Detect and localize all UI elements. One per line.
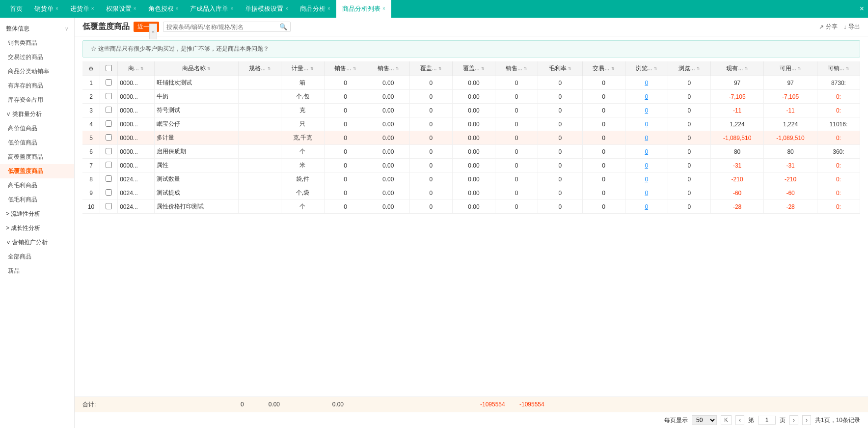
row-browse1[interactable]: 0 [625,104,668,117]
nav-item-permissions[interactable]: 权限设置 × [100,0,142,18]
row-browse1[interactable]: 0 [625,90,668,104]
col-code[interactable]: 商... ⇅ [118,61,155,76]
sidebar-item-high-value[interactable]: 高价值商品 [0,121,74,136]
close-roles-tab[interactable]: × [176,0,179,18]
col-coverage1[interactable]: 覆盖... ⇅ [409,61,452,76]
close-template-tab[interactable]: × [285,0,288,18]
share-icon: ↗ [819,24,824,30]
col-name[interactable]: 商品名称 ⇅ [154,61,239,76]
close-product-analysis-tab[interactable]: × [327,0,330,18]
next-page-button[interactable]: › [789,415,798,425]
row-checkbox[interactable] [100,200,118,214]
close-sales-tab[interactable]: × [55,0,58,18]
sidebar-item-low-coverage[interactable]: 低覆盖度商品 [0,164,74,178]
row-coverage1: 0 [409,200,452,214]
page-size-select[interactable]: 50 20 100 200 [692,415,717,425]
nav-item-template-settings[interactable]: 单据模板设置 × [239,0,294,18]
sidebar-section-overall[interactable]: 整体信息 ∨ [0,22,74,36]
col-sales-qty[interactable]: 销售... ⇅ [324,61,367,76]
sidebar-item-sales-goods[interactable]: 销售类商品 [0,36,74,50]
sidebar-item-traded-goods[interactable]: 交易过的商品 [0,50,74,64]
row-available: -1,089,510 [764,131,817,145]
close-purchase-tab[interactable]: × [91,0,94,18]
sidebar-item-category-rate[interactable]: 商品分类动销率 [0,64,74,79]
nav-item-purchase[interactable]: 进货单 × [64,0,100,18]
row-browse1[interactable]: 0 [625,186,668,200]
col-coverage2[interactable]: 覆盖... ⇅ [452,61,495,76]
close-finished-goods-tab[interactable]: × [230,0,233,18]
sidebar-collapse-button[interactable]: « [149,24,157,39]
sidebar-item-new-goods[interactable]: 新品 [0,264,74,278]
row-checkbox[interactable] [100,90,118,104]
prev-page-button[interactable]: ‹ [735,415,744,425]
share-button[interactable]: ↗ 分享 [819,23,838,31]
close-product-list-tab[interactable]: × [382,0,385,18]
row-browse1[interactable]: 0 [625,172,668,186]
col-current-stock[interactable]: 现有... ⇅ [710,61,763,76]
sidebar-section-growth[interactable]: > 成长性分析 [0,221,74,235]
col-unit[interactable]: 计量... ⇅ [281,61,324,76]
sidebar-item-stock-goods[interactable]: 有库存的商品 [0,79,74,93]
row-checkbox[interactable] [100,104,118,117]
row-checkbox[interactable] [100,159,118,172]
sidebar-item-high-coverage[interactable]: 高覆盖度商品 [0,150,74,164]
row-browse1[interactable]: 0 [625,117,668,131]
col-trade[interactable]: 交易... ⇅ [582,61,625,76]
row-browse1[interactable]: 0 [625,131,668,145]
row-checkbox[interactable] [100,117,118,131]
row-name: 眠宝公仔 [154,117,239,131]
export-button[interactable]: ↓ 导出 [843,23,860,31]
col-checkbox[interactable] [100,61,118,76]
col-spec[interactable]: 规格... ⇅ [239,61,281,76]
window-close-button[interactable]: × [860,4,864,13]
row-browse1[interactable]: 0 [625,200,668,214]
search-input[interactable] [166,24,279,30]
row-coverage1: 0 [409,76,452,90]
sidebar-item-all-goods[interactable]: 全部商品 [0,250,74,264]
row-current-stock: -11 [710,104,763,117]
row-browse1[interactable]: 0 [625,145,668,159]
row-checkbox[interactable] [100,186,118,200]
row-sales-other: 0 [495,186,538,200]
table-container[interactable]: ⚙ 商... ⇅ 商品名称 ⇅ 规格... ⇅ 计量... ⇅ 销售... ⇅ … [75,61,868,397]
sidebar-section-circulation[interactable]: > 流通性分析 [0,207,74,221]
last-page-button[interactable]: › [802,415,811,425]
row-coverage1: 0 [409,117,452,131]
page-number-input[interactable] [758,416,776,425]
row-checkbox[interactable] [100,76,118,90]
row-sales-qty: 0 [324,76,367,90]
nav-item-product-analysis[interactable]: 商品分析 × [294,0,336,18]
row-checkbox[interactable] [100,131,118,145]
sidebar-item-low-profit[interactable]: 低毛利商品 [0,193,74,207]
row-spec [239,104,281,117]
sidebar-item-high-profit[interactable]: 高毛利商品 [0,178,74,193]
nav-item-product-analysis-list[interactable]: 商品分析列表 × [336,0,391,18]
col-sales-amt[interactable]: 销售... ⇅ [367,61,409,76]
nav-item-sales[interactable]: 销货单 × [28,0,64,18]
first-page-button[interactable]: K [721,415,732,425]
row-checkbox[interactable] [100,145,118,159]
row-coverage1: 0 [409,131,452,145]
col-sellable[interactable]: 可销... ⇅ [817,61,860,76]
close-permissions-tab[interactable]: × [134,0,136,18]
row-browse1[interactable]: 0 [625,159,668,172]
col-available[interactable]: 可用... ⇅ [764,61,817,76]
nav-item-roles[interactable]: 角色授权 × [142,0,185,18]
col-gross-rate[interactable]: 毛利率 ⇅ [538,61,582,76]
row-spec [239,145,281,159]
col-browse2[interactable]: 浏览... ⇅ [668,61,710,76]
footer-current-stock: -1095554 [473,400,512,409]
col-sales-other[interactable]: 销售... ⇅ [495,61,538,76]
sidebar-item-stock-capital[interactable]: 库存资金占用 [0,93,74,107]
row-code: 0000... [118,104,155,117]
sidebar-item-low-value[interactable]: 低价值商品 [0,136,74,150]
col-browse1[interactable]: 浏览... ⇅ [625,61,668,76]
select-all-checkbox[interactable] [106,65,112,71]
col-settings[interactable]: ⚙ [82,61,100,76]
nav-item-home[interactable]: 首页 [4,0,28,18]
row-browse1[interactable]: 0 [625,76,668,90]
sidebar-section-marketing[interactable]: ∨ 营销推广分析 [0,235,74,250]
sidebar-section-cluster[interactable]: ∨ 类群量分析 [0,107,74,121]
row-checkbox[interactable] [100,172,118,186]
nav-item-finished-goods[interactable]: 产成品入库单 × [184,0,239,18]
